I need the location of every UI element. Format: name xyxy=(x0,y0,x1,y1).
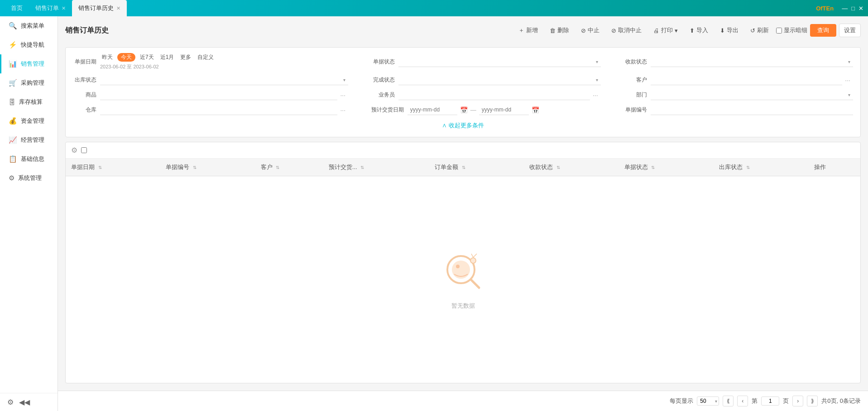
delete-button[interactable]: 🗑 删除 xyxy=(545,24,574,37)
sidebar-item-system[interactable]: ⚙ 系统管理 xyxy=(0,169,58,188)
stock-status-select[interactable] xyxy=(100,75,348,85)
col-amount-sort[interactable]: ⇅ xyxy=(462,165,465,170)
goods-dots[interactable]: ··· xyxy=(337,92,348,99)
col-delivery-label: 预计交货... xyxy=(329,164,357,170)
goods-input[interactable] xyxy=(100,90,337,100)
salesperson-input[interactable] xyxy=(398,90,590,100)
cancel-stop-button[interactable]: ⊘ 取消中止 xyxy=(607,24,646,37)
sidebar-item-operations[interactable]: 📈 经营管理 xyxy=(0,131,58,150)
department-select-wrapper: ▾ xyxy=(651,90,853,100)
salesperson-dots[interactable]: ··· xyxy=(590,92,601,99)
col-date-sort[interactable]: ⇅ xyxy=(98,165,102,170)
settings-bottom-icon[interactable]: ⚙ xyxy=(7,398,14,406)
table-section: ⚙ 单据日期 ⇅ 单据编号 ⇅ xyxy=(65,142,861,383)
new-icon: ＋ xyxy=(518,26,524,34)
prev-page-button[interactable]: ‹ xyxy=(737,396,748,406)
col-doc-status-sort[interactable]: ⇅ xyxy=(651,165,655,170)
delivery-date-end-cal[interactable]: 📅 xyxy=(532,106,539,114)
delivery-date-start[interactable] xyxy=(408,105,457,115)
page-label-suffix: 页 xyxy=(783,397,789,405)
delivery-date-start-cal[interactable]: 📅 xyxy=(460,106,468,114)
sidebar-item-sales[interactable]: 📊 销售管理 xyxy=(0,54,58,73)
col-customer-sort[interactable]: ⇅ xyxy=(276,165,279,170)
last-page-button[interactable]: ⟫ xyxy=(807,396,818,406)
window-maximize[interactable]: □ xyxy=(851,5,855,12)
print-button[interactable]: 🖨 打印 ▾ xyxy=(649,24,682,37)
collapse-bar[interactable]: ∧ 收起更多条件 xyxy=(73,120,853,131)
col-payment-status[interactable]: 收款状态 ⇅ xyxy=(524,159,619,176)
department-select[interactable] xyxy=(651,90,853,100)
stop-icon: ⊘ xyxy=(581,27,586,34)
payment-status-select[interactable] xyxy=(651,57,853,67)
col-stock-status[interactable]: 出库状态 ⇅ xyxy=(714,159,808,176)
query-button[interactable]: 查询 xyxy=(810,24,836,37)
sidebar-item-finance[interactable]: 💰 资金管理 xyxy=(0,111,58,131)
col-doc-status-label: 单据状态 xyxy=(624,164,648,170)
date-tab-7days[interactable]: 近7天 xyxy=(138,53,156,62)
window-minimize[interactable]: — xyxy=(842,5,848,12)
tab-sales-order[interactable]: 销售订单 ✕ xyxy=(29,0,72,16)
date-tab-1month[interactable]: 近1月 xyxy=(158,53,176,62)
col-stock-status-sort[interactable]: ⇅ xyxy=(746,165,750,170)
sidebar-item-purchase[interactable]: 🛒 采购管理 xyxy=(0,73,58,92)
date-tab-yesterday[interactable]: 昨天 xyxy=(100,53,115,62)
display-cols-toggle[interactable]: 显示暗细 xyxy=(776,26,807,34)
purchase-icon: 🛒 xyxy=(9,79,17,87)
sidebar-item-inventory[interactable]: 🗄 库存核算 xyxy=(0,92,58,111)
customer-input[interactable] xyxy=(651,75,842,85)
new-button[interactable]: ＋ 新增 xyxy=(514,24,542,37)
table-settings-icon[interactable]: ⚙ xyxy=(71,146,77,155)
warehouse-input[interactable] xyxy=(100,105,337,115)
main-layout: 🔍 搜索菜单 ⚡ 快捷导航 📊 销售管理 🛒 采购管理 🗄 库存核算 💰 资金管… xyxy=(0,16,868,411)
tab-sales-order-history[interactable]: 销售订单历史 ✕ xyxy=(72,0,127,16)
customer-dots[interactable]: ··· xyxy=(842,77,853,84)
refresh-icon: ↺ xyxy=(750,27,755,34)
top-bar: 首页 销售订单 ✕ 销售订单历史 ✕ OfTEn — □ ✕ xyxy=(0,0,868,16)
first-page-button[interactable]: ⟪ xyxy=(723,396,734,406)
sidebar-item-quick-nav[interactable]: ⚡ 快捷导航 xyxy=(0,35,58,54)
col-payment-status-sort[interactable]: ⇅ xyxy=(556,165,560,170)
delivery-date-range: 📅 — 📅 xyxy=(408,105,601,115)
filter-date-field: 单据日期 昨天 今天 近7天 近1月 更多 自定义 2023-06-02 至 2… xyxy=(73,53,348,70)
empty-icon xyxy=(441,249,486,295)
page-number-input[interactable] xyxy=(761,396,779,406)
col-number[interactable]: 单据编号 ⇅ xyxy=(160,159,255,176)
col-doc-status[interactable]: 单据状态 ⇅ xyxy=(619,159,714,176)
complete-status-select[interactable] xyxy=(398,75,601,85)
doc-status-select[interactable] xyxy=(398,57,601,67)
col-customer[interactable]: 客户 ⇅ xyxy=(255,159,323,176)
sidebar-item-search[interactable]: 🔍 搜索菜单 xyxy=(0,16,58,35)
export-button[interactable]: ⬇ 导出 xyxy=(715,24,743,37)
tab-home[interactable]: 首页 xyxy=(5,0,29,16)
print-dropdown-icon: ▾ xyxy=(675,27,678,34)
next-page-button[interactable]: › xyxy=(792,396,803,406)
refresh-button[interactable]: ↺ 刷新 xyxy=(746,24,773,37)
tab-sales-order-close[interactable]: ✕ xyxy=(62,5,66,11)
delivery-date-end[interactable] xyxy=(479,105,529,115)
date-tab-today[interactable]: 今天 xyxy=(117,53,135,62)
date-tab-custom[interactable]: 自定义 xyxy=(196,53,216,62)
col-number-sort[interactable]: ⇅ xyxy=(193,165,197,170)
col-amount[interactable]: 订单金额 ⇅ xyxy=(429,159,524,176)
per-page-label: 每页显示 xyxy=(670,397,693,405)
col-delivery[interactable]: 预计交货... ⇅ xyxy=(323,159,429,176)
warehouse-dots[interactable]: ··· xyxy=(337,106,348,114)
sidebar-label-basic-info: 基础信息 xyxy=(21,155,44,163)
select-all-checkbox[interactable] xyxy=(81,147,87,153)
doc-number-input[interactable] xyxy=(651,105,853,115)
basic-info-icon: 📋 xyxy=(9,155,17,163)
page-label-prefix: 第 xyxy=(752,397,758,405)
window-close[interactable]: ✕ xyxy=(858,5,863,12)
stop-button[interactable]: ⊘ 中止 xyxy=(576,24,604,37)
per-page-select[interactable]: 10 20 50 100 xyxy=(697,396,719,406)
display-cols-checkbox[interactable] xyxy=(776,28,782,34)
sidebar-item-basic-info[interactable]: 📋 基础信息 xyxy=(0,150,58,169)
col-date[interactable]: 单据日期 ⇅ xyxy=(66,159,160,176)
col-delivery-sort[interactable]: ⇅ xyxy=(360,165,364,170)
import-button[interactable]: ⬆ 导入 xyxy=(685,24,713,37)
tab-sales-order-history-close[interactable]: ✕ xyxy=(116,5,120,11)
filter-stock-status-field: 出库状态 ▾ xyxy=(73,75,348,85)
date-tab-more[interactable]: 更多 xyxy=(178,53,193,62)
settings-button[interactable]: 设置 xyxy=(839,24,861,37)
collapse-sidebar-icon[interactable]: ◀◀ xyxy=(19,398,30,406)
